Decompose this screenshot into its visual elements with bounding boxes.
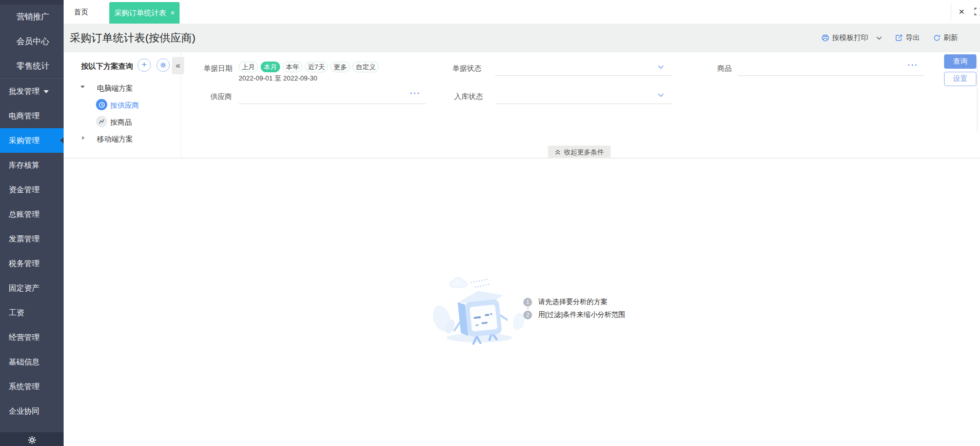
chevron-down-icon[interactable]	[658, 65, 664, 69]
filter-section: 按以下方案查询 + « 电脑端方案 按供应商 按商品 移动端方案 单据日期 上月…	[64, 52, 980, 158]
scheme-settings-button[interactable]	[156, 58, 170, 72]
inbound-status-select[interactable]	[495, 86, 672, 104]
inbound-status-label: 入库状态	[454, 92, 483, 102]
export-label: 导出	[906, 33, 920, 43]
pill-custom[interactable]: 自定义	[352, 62, 379, 72]
tree-group-pc-schemes[interactable]: 电脑端方案	[97, 84, 133, 93]
title-bar: 采购订单统计表(按供应商) 按模板打印 导出	[64, 24, 980, 52]
pill-this-year[interactable]: 本年	[283, 62, 302, 72]
report-content-area: 1 请先选择要分析的方案 2 用[过滤]条件来缩小分析范围	[64, 158, 980, 446]
sidebar-item-label: 采购管理	[9, 136, 40, 145]
sidebar-item-label: 批发管理	[9, 87, 40, 95]
doc-status-select[interactable]	[495, 57, 672, 76]
query-panel-title: 按以下方案查询	[81, 62, 133, 71]
page-title: 采购订单统计表(按供应商)	[70, 24, 195, 52]
sidebar-footer	[0, 432, 64, 446]
product-input[interactable]: ···	[738, 57, 924, 76]
export-icon	[895, 34, 903, 42]
date-preset-pills: 上月 本月 本年 近7天 更多 自定义	[239, 62, 379, 72]
product-label: 商品	[717, 64, 732, 73]
sidebar-nav: 营销推广 会员中心 零售统计 批发管理 电商管理 采购管理 库存核算 资金管理 …	[0, 5, 64, 423]
clock-icon[interactable]	[96, 99, 107, 110]
sidebar-item-general-ledger[interactable]: 总账管理	[0, 202, 64, 227]
fullscreen-icon[interactable]	[974, 8, 980, 17]
tab-label: 采购订单统计表	[114, 8, 167, 18]
step-2-text: 用[过滤]条件来缩小分析范围	[538, 310, 625, 319]
pill-more[interactable]: 更多	[330, 62, 350, 72]
close-tab-icon[interactable]: ×	[170, 9, 174, 16]
sidebar-top-strip	[0, 0, 64, 5]
scrollbar[interactable]	[977, 58, 977, 131]
empty-state-illustration	[430, 271, 531, 347]
step-1-text: 请先选择要分析的方案	[538, 297, 607, 307]
tree-item-by-supplier[interactable]: 按供应商	[110, 101, 139, 110]
sidebar-item-purchase[interactable]: 采购管理	[0, 128, 64, 153]
query-scheme-panel: 按以下方案查询 + « 电脑端方案 按供应商 按商品 移动端方案	[64, 52, 181, 158]
add-scheme-button[interactable]: +	[138, 58, 151, 72]
sidebar-item-payroll[interactable]: 工资	[0, 300, 64, 325]
tree-item-by-product[interactable]: 按商品	[110, 118, 132, 127]
pill-last-month[interactable]: 上月	[239, 62, 258, 72]
refresh-label: 刷新	[944, 33, 958, 43]
tab-bar: 首页 采购订单统计表 × ×	[64, 0, 980, 24]
sidebar-item-operations[interactable]: 经营管理	[0, 325, 64, 350]
print-by-template-button[interactable]: 按模板打印	[821, 33, 882, 43]
sidebar: 营销推广 会员中心 零售统计 批发管理 电商管理 采购管理 库存核算 资金管理 …	[0, 0, 64, 446]
print-label: 按模板打印	[832, 33, 868, 43]
arrow-left-icon	[60, 137, 64, 144]
settings-button[interactable]: 设置	[944, 72, 976, 86]
chevron-down-icon	[44, 90, 49, 93]
sidebar-item-system[interactable]: 系统管理	[0, 374, 64, 399]
sidebar-item-marketing[interactable]: 营销推广	[0, 5, 64, 29]
collapse-panel-button[interactable]: «	[172, 57, 184, 74]
sidebar-item-retail-stats[interactable]: 零售统计	[0, 54, 64, 78]
chevron-down-icon[interactable]	[658, 93, 664, 97]
export-button[interactable]: 导出	[895, 33, 920, 43]
sidebar-item-member-center[interactable]: 会员中心	[0, 29, 64, 54]
gear-icon[interactable]	[27, 435, 37, 445]
toolbar: 按模板打印 导出 刷新	[821, 24, 958, 52]
tab-purchase-order-report[interactable]: 采购订单统计表 ×	[109, 2, 180, 24]
sidebar-item-wholesale[interactable]: 批发管理	[0, 79, 64, 104]
step-connector	[527, 307, 528, 310]
tabbar-divider	[951, 3, 951, 21]
tree-collapsed-icon[interactable]	[82, 136, 85, 140]
date-range-value[interactable]: 2022-09-01 至 2022-09-30	[239, 74, 317, 83]
more-options-icon[interactable]: ···	[410, 89, 421, 97]
refresh-button[interactable]: 刷新	[933, 33, 958, 43]
doc-date-label: 单据日期	[204, 64, 232, 73]
step-1-number: 1	[523, 298, 532, 307]
pill-this-month[interactable]: 本月	[261, 62, 280, 72]
double-chevron-up-icon	[555, 149, 561, 155]
sidebar-item-tax[interactable]: 税务管理	[0, 251, 64, 276]
sidebar-item-collaboration[interactable]: 企业协同	[0, 399, 64, 423]
chart-icon[interactable]	[96, 116, 107, 127]
step-2: 2 用[过滤]条件来缩小分析范围	[523, 310, 625, 319]
tree-expand-icon[interactable]	[81, 86, 85, 88]
collapse-more-label: 收起更多条件	[564, 148, 604, 157]
sidebar-item-invoice[interactable]: 发票管理	[0, 227, 64, 251]
sidebar-item-inventory[interactable]: 库存核算	[0, 153, 64, 177]
step-2-number: 2	[523, 311, 532, 319]
supplier-label: 供应商	[210, 92, 232, 102]
printer-icon	[821, 34, 829, 42]
step-1: 1 请先选择要分析的方案	[523, 297, 607, 307]
doc-status-label: 单据状态	[453, 64, 481, 73]
main-area: 首页 采购订单统计表 × × 采购订单统计表(按供应商) 按模板打印	[64, 0, 980, 446]
sidebar-item-basic-info[interactable]: 基础信息	[0, 350, 64, 374]
collapse-more-conditions-button[interactable]: 收起更多条件	[548, 146, 611, 158]
more-options-icon[interactable]: ···	[908, 61, 918, 69]
close-icon[interactable]: ×	[954, 5, 969, 19]
sidebar-item-fixed-assets[interactable]: 固定资产	[0, 276, 64, 300]
tree-group-mobile-schemes[interactable]: 移动端方案	[97, 135, 133, 144]
chevron-down-icon[interactable]	[876, 36, 882, 40]
pill-last-7-days[interactable]: 近7天	[305, 62, 328, 72]
tab-home[interactable]: 首页	[68, 0, 94, 24]
sidebar-item-ecommerce[interactable]: 电商管理	[0, 104, 64, 128]
supplier-input[interactable]: ···	[239, 86, 426, 104]
refresh-icon	[933, 34, 940, 42]
query-button[interactable]: 查询	[944, 54, 976, 69]
sidebar-item-funds[interactable]: 资金管理	[0, 177, 64, 202]
